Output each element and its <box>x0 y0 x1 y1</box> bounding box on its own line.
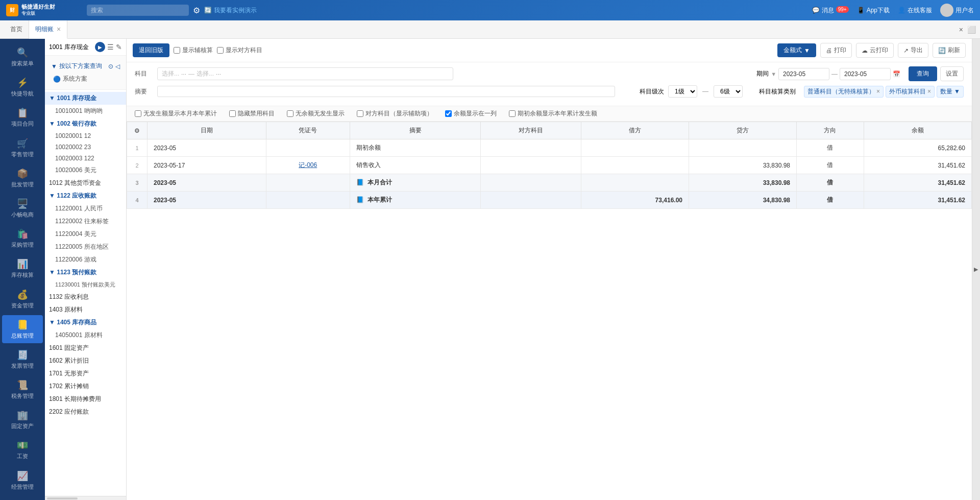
tab-detail[interactable]: 明细账 × <box>29 20 67 39</box>
cloud-print-button[interactable]: ☁ 云打印 <box>856 43 894 58</box>
scheme-item[interactable]: 🔵 系统方案 <box>49 73 122 85</box>
sidebar-item-salary[interactable]: 💵 工资 <box>2 436 43 464</box>
sidebar-item-ecommerce[interactable]: 🖥️ 小畅电商 <box>2 194 43 222</box>
tab-home[interactable]: 首页 <box>4 20 29 39</box>
tree-item-10020002[interactable]: 10020002 23 <box>45 141 126 153</box>
show-counter-checkbox[interactable]: 显示对方科目 <box>217 46 262 55</box>
message-button[interactable]: 💬 消息 99+ <box>812 6 849 15</box>
sidebar-item-purchase[interactable]: 🛍️ 采购管理 <box>2 224 43 252</box>
option-counter-subject-input[interactable] <box>357 110 363 117</box>
calendar-icon[interactable]: 📅 <box>893 70 900 78</box>
top-search-input[interactable] <box>87 5 189 16</box>
tree-item-11220004[interactable]: 11220004 美元 <box>45 228 126 241</box>
option-opening-balance[interactable]: 期初余额显示本年累计发生额 <box>509 109 597 118</box>
option-opening-balance-input[interactable] <box>509 110 516 117</box>
level-start-select[interactable]: 1级2级3级 <box>668 85 697 98</box>
nav-next-button[interactable]: ▶ <box>95 42 105 52</box>
tree-item-1701[interactable]: 1701 无形资产 <box>45 367 126 380</box>
summary-input[interactable] <box>157 86 615 97</box>
list-icon[interactable]: ☰ <box>107 43 114 51</box>
amount-format-button[interactable]: 金额式 ▼ <box>777 43 816 57</box>
tree-item-1601[interactable]: 1601 固定资产 <box>45 342 126 354</box>
refresh-button[interactable]: 🔄 刷新 <box>933 43 966 58</box>
tree-item-2202[interactable]: 2202 应付账款 <box>45 406 126 418</box>
tree-item-10020003[interactable]: 10020003 122 <box>45 153 126 164</box>
tab-maximize-button[interactable]: ⬜ <box>967 26 976 34</box>
tree-item-1001[interactable]: ▼ 1001 库存现金 <box>45 92 126 105</box>
sidebar-item-ledger[interactable]: 📒 总账管理 <box>2 315 43 343</box>
query-title[interactable]: ▼ 按以下方案查询 ⊙ ◁ <box>49 60 122 73</box>
tab-close-all-button[interactable]: × <box>959 26 963 34</box>
level-end-select[interactable]: 6级3级4级 <box>714 85 743 98</box>
option-balance-one-col[interactable]: 余额显示在一列 <box>445 109 497 118</box>
th-settings[interactable]: ⚙ <box>127 122 148 139</box>
subject-input-container[interactable]: 选择... ··· — 选择... ··· <box>157 67 453 80</box>
sidebar-item-tax[interactable]: 📜 税务管理 <box>2 375 43 403</box>
export-button[interactable]: ↗ 导出 <box>898 43 928 58</box>
tree-item-11220005[interactable]: 11220005 所在地区 <box>45 241 126 253</box>
option-hide-disabled-input[interactable] <box>229 110 236 117</box>
sidebar-item-quick-nav[interactable]: ⚡ 快捷导航 <box>2 73 43 101</box>
settings-circle-icon[interactable]: ⊙ <box>108 63 113 70</box>
settings-button[interactable]: 设置 <box>940 66 964 81</box>
app-download-button[interactable]: 📱 App下载 <box>857 6 890 15</box>
tab-close-icon[interactable]: × <box>57 25 61 33</box>
tree-item-11220001[interactable]: 11220001 人民币 <box>45 202 126 215</box>
show-audit-checkbox[interactable]: 显示辅核算 <box>174 46 213 55</box>
user-avatar[interactable]: 用户名 <box>940 4 974 17</box>
tag-close-foreign[interactable]: × <box>927 88 931 95</box>
tree-item-10020001[interactable]: 10020001 12 <box>45 130 126 141</box>
option-no-balance-input[interactable] <box>135 110 141 117</box>
dropdown-quantity-icon[interactable]: ▼ <box>954 88 960 95</box>
option-counter-subject[interactable]: 对方科目（显示辅助项） <box>357 109 433 118</box>
print-button[interactable]: 🖨 打印 <box>820 43 852 58</box>
horizontal-scrollbar[interactable] <box>45 496 126 500</box>
option-no-balance2[interactable]: 无余额无发生显示 <box>287 109 345 118</box>
period-start-input[interactable] <box>778 68 829 80</box>
tree-item-1132[interactable]: 1132 应收利息 <box>45 291 126 303</box>
tag-close-normal[interactable]: × <box>876 88 880 95</box>
option-hide-disabled[interactable]: 隐藏禁用科目 <box>229 109 275 118</box>
sidebar-label-salary: 工资 <box>17 453 28 460</box>
sidebar-item-inventory[interactable]: 📊 库存核算 <box>2 254 43 282</box>
back-to-old-button[interactable]: 退回旧版 <box>133 43 169 57</box>
collapse-icon[interactable]: ◁ <box>115 63 120 70</box>
tree-item-10010001[interactable]: 10010001 哟哟哟 <box>45 105 126 117</box>
right-collapse-panel[interactable]: ▶ <box>972 39 980 500</box>
option-balance-one-col-input[interactable] <box>445 110 452 117</box>
sidebar-item-invoice[interactable]: 🧾 发票管理 <box>2 345 43 373</box>
edit-icon[interactable]: ✎ <box>116 43 122 51</box>
tree-item-11220006[interactable]: 11220006 游戏 <box>45 253 126 266</box>
option-no-balance[interactable]: 无发生额显示本月本年累计 <box>135 109 217 118</box>
voucher-link-2[interactable]: 记-006 <box>299 161 317 169</box>
sidebar-item-project[interactable]: 📋 项目合同 <box>2 103 43 131</box>
search-button[interactable]: 查询 <box>909 66 937 81</box>
option-no-balance2-input[interactable] <box>287 110 293 117</box>
tree-item-1602[interactable]: 1602 累计折旧 <box>45 354 126 367</box>
sidebar-item-wholesale[interactable]: 📦 批发管理 <box>2 164 43 192</box>
sidebar-item-retail[interactable]: 🛒 零售管理 <box>2 134 43 162</box>
tree-item-14050001[interactable]: 14050001 原材料 <box>45 329 126 342</box>
tree-item-1012[interactable]: 1012 其他货币资金 <box>45 177 126 189</box>
tree-item-1702[interactable]: 1702 累计摊销 <box>45 380 126 393</box>
tree-item-1122[interactable]: ▼ 1122 应收账款 <box>45 189 126 202</box>
online-service-button[interactable]: 👤 在线客服 <box>898 6 932 15</box>
sidebar-item-search-menu[interactable]: 🔍 搜索菜单 <box>2 43 43 71</box>
tree-item-11230001[interactable]: 11230001 预付账款美元 <box>45 279 126 291</box>
tree-item-1403[interactable]: 1403 原材料 <box>45 303 126 316</box>
sidebar-item-xc-sales[interactable]: 💳 小畅报销 <box>2 496 43 500</box>
tree-item-1002[interactable]: ▼ 1002 银行存款 <box>45 117 126 130</box>
demo-button[interactable]: 🔄 我要看实例演示 <box>204 6 257 15</box>
gear-icon[interactable]: ⚙ <box>193 6 200 15</box>
show-audit-input[interactable] <box>174 47 180 54</box>
show-counter-input[interactable] <box>217 47 224 54</box>
tree-item-1123[interactable]: ▼ 1123 预付账款 <box>45 266 126 279</box>
tree-item-1801[interactable]: 1801 长期待摊费用 <box>45 393 126 406</box>
sidebar-item-business[interactable]: 📈 经营管理 <box>2 466 43 494</box>
sidebar-item-capital[interactable]: 💰 资金管理 <box>2 285 43 313</box>
tree-item-10020006[interactable]: 10020006 美元 <box>45 164 126 177</box>
tree-item-1405[interactable]: ▼ 1405 库存商品 <box>45 316 126 329</box>
tree-item-11220002[interactable]: 11220002 往来标签 <box>45 215 126 228</box>
sidebar-item-assets[interactable]: 🏢 固定资产 <box>2 406 43 434</box>
period-end-input[interactable] <box>840 68 891 80</box>
